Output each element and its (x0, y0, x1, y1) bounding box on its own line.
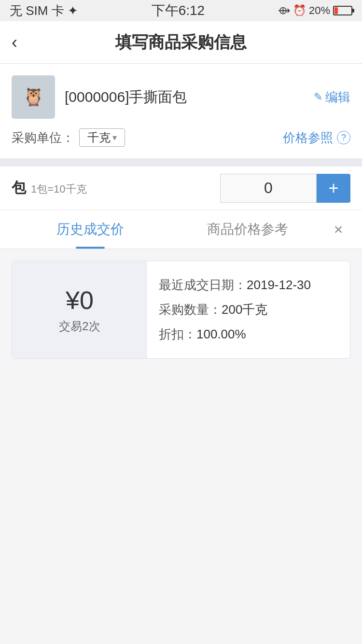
status-left: 无 SIM 卡 ✦ (10, 2, 78, 19)
purchase-unit-row: 采购单位： 千克 ▾ (12, 128, 125, 147)
quantity-plus-button[interactable]: + (317, 174, 350, 203)
price-card: ¥0 交易2次 最近成交日期：2019-12-30 采购数量：200千克 折扣：… (12, 261, 350, 359)
product-left: 🦉 [0000006]手撕面包 (12, 75, 187, 119)
quantity-detail-value: 200千克 (222, 302, 267, 317)
edit-label: 编辑 (325, 89, 350, 106)
quantity-controls: 0 + (220, 174, 350, 203)
quantity-detail-label: 采购数量： (159, 302, 222, 317)
alarm-icon: ⏰ (293, 4, 306, 17)
discount-row: 折扣：100.00% (159, 325, 338, 344)
quantity-input[interactable]: 0 (220, 174, 317, 203)
back-button[interactable]: ‹ (12, 32, 17, 53)
tab-close-button[interactable]: × (326, 210, 350, 249)
header: ‹ 填写商品采购信息 (0, 21, 362, 64)
quantity-unit-main: 包 (12, 178, 26, 198)
price-display: ¥0 (66, 286, 94, 315)
purchase-unit-label: 采购单位： (12, 129, 74, 146)
edit-button[interactable]: ✎ 编辑 (314, 89, 350, 106)
recent-date-row: 最近成交日期：2019-12-30 (159, 276, 338, 294)
tab-product-price[interactable]: 商品价格参考 (169, 210, 326, 249)
recent-date-value: 2019-12-30 (247, 278, 311, 292)
price-card-section: ¥0 交易2次 最近成交日期：2019-12-30 采购数量：200千克 折扣：… (0, 249, 362, 370)
tab-history-price[interactable]: 历史成交价 (12, 210, 169, 249)
discount-value: 100.00% (196, 327, 246, 341)
dropdown-arrow-icon: ▾ (112, 132, 117, 143)
quantity-detail-row: 采购数量：200千克 (159, 300, 338, 319)
unit-value: 千克 (87, 130, 111, 145)
price-card-left: ¥0 交易2次 (12, 261, 147, 358)
quantity-unit-sub: 1包=10千克 (31, 182, 87, 196)
discount-label: 折扣： (159, 327, 196, 341)
price-reference-button[interactable]: 价格参照 ? (283, 129, 350, 146)
product-top: 🦉 [0000006]手撕面包 ✎ 编辑 (12, 75, 350, 119)
price-amount: 0 (80, 286, 94, 314)
tabs-container: 历史成交价 商品价格参考 × (0, 210, 362, 249)
product-card: 🦉 [0000006]手撕面包 ✎ 编辑 采购单位： 千克 ▾ 价格参照 ? (0, 64, 362, 159)
page-title: 填写商品采购信息 (115, 31, 247, 54)
status-time: 下午6:12 (152, 1, 205, 20)
battery-icon (333, 6, 352, 15)
unit-dropdown[interactable]: 千克 ▾ (79, 128, 125, 147)
location-icon: ⟴ (278, 4, 290, 17)
quantity-row: 包 1包=10千克 0 + (0, 167, 362, 210)
product-thumbnail: 🦉 (12, 75, 55, 119)
tab-history-label: 历史成交价 (56, 220, 124, 238)
recent-date-label: 最近成交日期： (159, 278, 247, 292)
quantity-label: 包 1包=10千克 (12, 178, 87, 198)
price-ref-label: 价格参照 (283, 129, 333, 146)
product-logo-icon: 🦉 (23, 87, 44, 107)
price-ref-info-icon: ? (337, 131, 350, 144)
price-card-right: 最近成交日期：2019-12-30 采购数量：200千克 折扣：100.00% (147, 261, 350, 358)
product-bottom: 采购单位： 千克 ▾ 价格参照 ? (12, 128, 350, 147)
edit-icon: ✎ (314, 91, 322, 103)
status-bar: 无 SIM 卡 ✦ 下午6:12 ⟴ ⏰ 20% (0, 0, 362, 21)
status-right: ⟴ ⏰ 20% (278, 4, 352, 17)
price-currency-symbol: ¥ (66, 286, 80, 314)
battery-percent: 20% (309, 4, 330, 17)
price-transactions: 交易2次 (59, 319, 100, 334)
product-name: [0000006]手撕面包 (65, 87, 187, 107)
sim-label: 无 SIM 卡 ✦ (10, 2, 78, 19)
section-divider (0, 159, 362, 167)
tab-product-label: 商品价格参考 (207, 220, 288, 238)
